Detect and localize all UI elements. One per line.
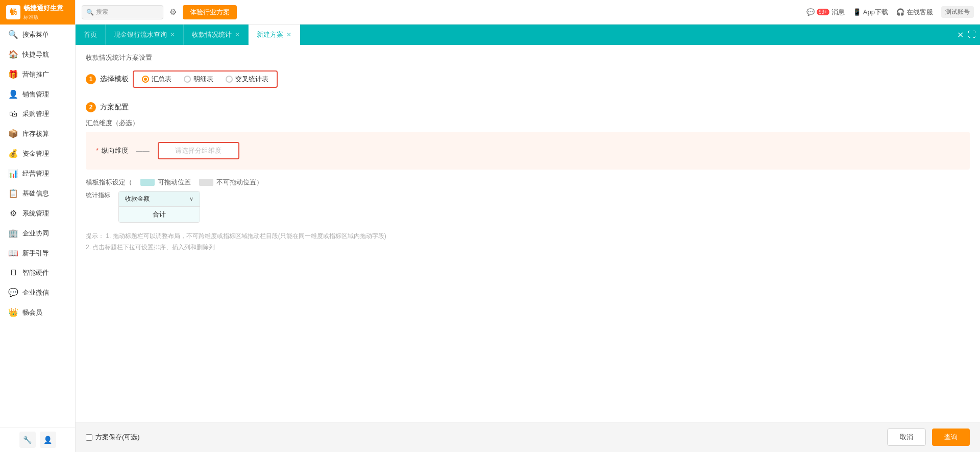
- tab-receipt-stats[interactable]: 收款情况统计 ✕: [184, 25, 249, 45]
- sidebar-item-basic-info[interactable]: 📋 基础信息: [0, 183, 75, 203]
- template-radio-group: 汇总表 明细表 交叉统计表: [133, 70, 278, 88]
- notification-label: 消息: [831, 8, 845, 17]
- sidebar-item-quick-nav[interactable]: 🏠 快捷导航: [0, 44, 75, 64]
- chevron-down-icon: ∨: [189, 196, 193, 202]
- hint-line-1: 提示： 1. 拖动标题栏可以调整布局，不可跨维度或指标区域拖动栏目段(只能在同一…: [86, 231, 970, 242]
- search-placeholder-text: 搜索: [96, 8, 108, 16]
- tab-bar: 首页 现金银行流水查询 ✕ 收款情况统计 ✕ 新建方案 ✕ ✕ ⛶: [76, 25, 980, 45]
- hint-text-1: 提示： 1. 拖动标题栏可以调整布局，不可跨维度或指标区域拖动栏目段(只能在同一…: [86, 231, 970, 253]
- tab-new-scheme[interactable]: 新建方案 ✕: [249, 25, 300, 45]
- notification-button[interactable]: 💬 99+ 消息: [806, 8, 845, 17]
- radio-summary-circle: [142, 76, 149, 83]
- gift-icon: 🎁: [8, 69, 18, 79]
- sidebar-bottom-icon-2[interactable]: 👤: [40, 432, 56, 448]
- content-area: 收款情况统计方案设置 1 选择模板 汇总表 明细表: [76, 45, 980, 452]
- clipboard-icon: 📋: [8, 188, 18, 198]
- header-search-box[interactable]: 🔍 搜索: [82, 5, 163, 19]
- gear-icon: ⚙: [8, 208, 18, 218]
- scheme-config: 汇总维度（必选） * 纵向维度 —— 请选择分组维度: [86, 118, 970, 253]
- bell-icon: 💬: [806, 8, 815, 16]
- online-service-button[interactable]: 🎧 在线客服: [896, 8, 933, 17]
- search-icon: 🔍: [86, 9, 94, 16]
- indicator-section-label: 模板指标设定（: [86, 178, 132, 187]
- close-window-icon[interactable]: ✕: [957, 30, 964, 40]
- sidebar-item-marketing[interactable]: 🎁 营销推广: [0, 64, 75, 84]
- page-title: 收款情况统计方案设置: [86, 53, 970, 62]
- indicator-section: 模板指标设定（ 可拖动位置 不可拖动位置）: [86, 178, 970, 223]
- sidebar-item-inventory[interactable]: 📦 库存核算: [0, 124, 75, 144]
- sidebar-item-member[interactable]: 👑 畅会员: [0, 302, 75, 322]
- dimension-area: * 纵向维度 —— 请选择分组维度: [86, 132, 970, 170]
- sidebar-bottom-icon-1[interactable]: 🔧: [19, 432, 36, 448]
- tab-receipt-stats-close[interactable]: ✕: [235, 31, 240, 38]
- tab-new-scheme-close[interactable]: ✕: [286, 31, 291, 38]
- monitor-icon: 🖥: [8, 268, 18, 277]
- hint-line-2: 2. 点击标题栏下拉可设置排序、插入列和删除列: [86, 242, 970, 253]
- movable-box: [140, 179, 155, 186]
- sidebar-item-label: 企业协同: [22, 229, 49, 238]
- radio-detail[interactable]: 明细表: [184, 75, 213, 84]
- save-scheme-input[interactable]: [86, 434, 92, 441]
- service-icon: 🎧: [896, 8, 904, 16]
- app-download-button[interactable]: 📱 App下载: [853, 8, 888, 17]
- tab-new-scheme-label: 新建方案: [257, 30, 283, 39]
- radio-summary[interactable]: 汇总表: [142, 75, 172, 84]
- sidebar-item-management[interactable]: 📊 经营管理: [0, 163, 75, 183]
- user-account[interactable]: 测试账号: [941, 6, 974, 18]
- legend-unmovable: 不可拖动位置）: [199, 178, 263, 187]
- radio-cross[interactable]: 交叉统计表: [226, 75, 268, 84]
- movable-label: 可拖动位置: [158, 178, 191, 187]
- dimension-row: * 纵向维度 —— 请选择分组维度: [96, 142, 960, 159]
- sidebar-item-system[interactable]: ⚙ 系统管理: [0, 203, 75, 223]
- logo-badge: 标准版: [23, 14, 63, 21]
- sidebar-item-purchase[interactable]: 🛍 采购管理: [0, 104, 75, 124]
- crown-icon: 👑: [8, 307, 18, 317]
- settings-icon[interactable]: ⚙: [169, 7, 177, 17]
- sidebar: 畅 畅捷通好生意 标准版 🔍 搜索菜单 🏠 快捷导航 🎁 营销推广 👤 销售管理…: [0, 0, 76, 452]
- radio-cross-label: 交叉统计表: [235, 75, 268, 84]
- sidebar-item-finance[interactable]: 💰 资金管理: [0, 144, 75, 163]
- indicator-table: 收款金额 ∨ 合计: [118, 191, 200, 223]
- indicator-col-header[interactable]: 收款金额 ∨: [119, 192, 200, 207]
- service-label: 在线客服: [906, 8, 933, 17]
- sidebar-item-label: 销售管理: [22, 90, 49, 99]
- sidebar-item-sales[interactable]: 👤 销售管理: [0, 84, 75, 104]
- tab-bank-flow[interactable]: 现金银行流水查询 ✕: [106, 25, 184, 45]
- radio-cross-circle: [226, 76, 233, 83]
- maximize-icon[interactable]: ⛶: [968, 30, 976, 39]
- sidebar-item-label: 搜索菜单: [22, 30, 49, 39]
- sidebar-item-label: 基础信息: [22, 189, 49, 198]
- tab-home[interactable]: 首页: [76, 25, 106, 45]
- content-inner: 收款情况统计方案设置 1 选择模板 汇总表 明细表: [76, 45, 980, 422]
- step1-section: 1 选择模板 汇总表 明细表: [86, 70, 970, 94]
- sidebar-logo: 畅 畅捷通好生意 标准版: [0, 0, 75, 25]
- tabs-end-buttons: ✕ ⛶: [953, 25, 980, 45]
- dimension-selector[interactable]: 请选择分组维度: [158, 142, 239, 159]
- category-label: 统计指标: [86, 191, 110, 200]
- sidebar-item-label: 资金管理: [22, 149, 49, 158]
- sidebar-item-newbie[interactable]: 📖 新手引导: [0, 243, 75, 263]
- save-scheme-label: 方案保存(可选): [95, 433, 140, 442]
- sidebar-item-enterprise[interactable]: 🏢 企业协同: [0, 223, 75, 243]
- tab-bank-flow-label: 现金银行流水查询: [114, 30, 167, 39]
- box-icon: 📦: [8, 129, 18, 138]
- logo-name: 畅捷通好生意: [23, 4, 63, 13]
- sidebar-item-label: 经营管理: [22, 169, 49, 178]
- sidebar-item-smart-hw[interactable]: 🖥 智能硬件: [0, 263, 75, 282]
- money-icon: 💰: [8, 149, 18, 158]
- sidebar-item-wechat[interactable]: 💬 企业微信: [0, 282, 75, 302]
- step2-header: 2 方案配置: [86, 102, 970, 112]
- download-icon: 📱: [853, 8, 861, 16]
- cancel-button[interactable]: 取消: [887, 429, 926, 446]
- save-scheme-checkbox[interactable]: 方案保存(可选): [86, 433, 140, 442]
- step2-section: 2 方案配置 汇总维度（必选） * 纵向维度 —— 请选择分组维度: [86, 102, 970, 253]
- tab-bank-flow-close[interactable]: ✕: [170, 31, 175, 38]
- step2-badge: 2: [86, 102, 96, 112]
- building-icon: 🏢: [8, 228, 18, 238]
- book-icon: 📖: [8, 248, 18, 258]
- sidebar-item-search-menu[interactable]: 🔍 搜索菜单: [0, 25, 75, 44]
- query-button[interactable]: 查询: [932, 429, 970, 446]
- trial-industry-button[interactable]: 体验行业方案: [183, 5, 237, 19]
- chart-icon: 📊: [8, 169, 18, 178]
- required-mark: *: [96, 147, 99, 154]
